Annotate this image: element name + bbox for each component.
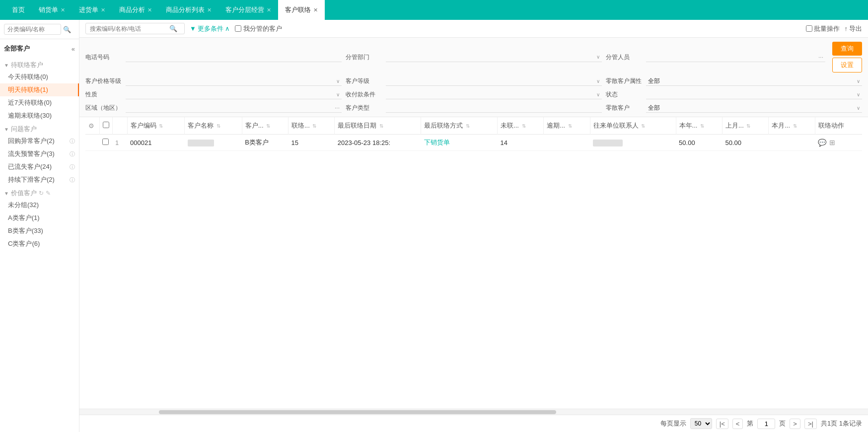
filter-input-phone	[126, 53, 342, 62]
sidebar-all-customers[interactable]: 全部客户 «	[0, 42, 79, 55]
sort-this-month[interactable]: ⇅	[793, 123, 797, 129]
sidebar-item-b-class[interactable]: B类客户(33)	[0, 224, 79, 237]
status-caret[interactable]: ∨	[857, 92, 860, 97]
nav-customer-segment-close[interactable]: ✕	[267, 7, 271, 13]
export-btn[interactable]: ↑ 导出	[845, 24, 863, 33]
sidebar-search-icon[interactable]: 🔍	[63, 26, 71, 33]
next-page-btn[interactable]: >	[790, 419, 800, 429]
sidebar-item-tomorrow[interactable]: 明天待联络(1)	[0, 83, 79, 96]
last-page-btn[interactable]: >|	[804, 419, 817, 429]
sidebar-item-a-class[interactable]: A类客户(1)	[0, 212, 79, 224]
sort-uncontact[interactable]: ⇅	[522, 123, 526, 129]
sidebar-item-ungrouped[interactable]: 未分组(32)	[0, 199, 79, 212]
cell-gear	[85, 135, 99, 151]
setting-button[interactable]: 设置	[832, 58, 862, 72]
retail-customer-input[interactable]	[648, 104, 857, 111]
sort-contact[interactable]: ⇅	[312, 123, 316, 129]
nav-customer-contact-close[interactable]: ✕	[313, 7, 318, 13]
gender-caret[interactable]: ∨	[336, 92, 340, 97]
table-header: ⚙ 客户编码 ⇅ 客户名称 ⇅	[85, 117, 862, 135]
row-checkbox[interactable]	[102, 139, 109, 145]
filter-input-customer-level: ∨	[386, 76, 602, 86]
nav-purchase-order-close[interactable]: ✕	[101, 7, 105, 13]
customer-level-caret[interactable]: ∨	[596, 78, 600, 84]
per-page-select[interactable]: 50	[690, 418, 712, 429]
dept-input[interactable]	[388, 54, 596, 61]
nav-sales-order-close[interactable]: ✕	[61, 7, 65, 13]
sidebar-item-lost[interactable]: 已流失客户(24) ⓘ	[0, 160, 79, 173]
region-dots[interactable]: ···	[335, 104, 340, 111]
sidebar-item-decline[interactable]: 持续下滑客户(2) ⓘ	[0, 173, 79, 186]
sidebar-item-lost-risk[interactable]: 流失预警客户(3) ⓘ	[0, 147, 79, 160]
payment-caret[interactable]: ∨	[596, 92, 600, 97]
nav-product-analysis[interactable]: 商品分析 ✕	[112, 0, 159, 20]
sort-this-year[interactable]: ⇅	[700, 123, 704, 129]
sidebar-item-overdue[interactable]: 逾期未联络(30)	[0, 109, 79, 122]
my-customer-checkbox[interactable]	[235, 25, 241, 32]
col-row-num	[112, 117, 127, 135]
select-all-checkbox[interactable]	[103, 122, 109, 128]
retail-attr-input[interactable]	[648, 77, 857, 84]
nav-product-analysis-list[interactable]: 商品分析列表 ✕	[159, 0, 218, 20]
action-grid-icon[interactable]: ⊞	[829, 139, 835, 146]
nav-product-analysis-close[interactable]: ✕	[147, 7, 152, 13]
filter-label-customer-level: 客户等级	[346, 77, 383, 85]
nav-product-analysis-list-close[interactable]: ✕	[207, 7, 212, 13]
dept-caret[interactable]: ∨	[596, 54, 600, 60]
sort-name[interactable]: ⇅	[217, 123, 220, 129]
nav-home[interactable]: 首页	[5, 0, 32, 20]
sidebar-item-repeat-abnormal[interactable]: 回购异常客户(2) ⓘ	[0, 135, 79, 147]
sidebar-item-today[interactable]: 今天待联络(0)	[0, 71, 79, 83]
payment-input[interactable]	[388, 91, 596, 98]
sort-last-method[interactable]: ⇅	[466, 123, 470, 129]
gender-input[interactable]	[128, 91, 336, 98]
phone-input[interactable]	[128, 54, 340, 61]
gear-icon[interactable]: ⚙	[88, 122, 94, 130]
filter-input-retail-customer: ∨	[646, 103, 862, 113]
sort-last-month[interactable]: ⇅	[746, 123, 750, 129]
sort-unit-contact[interactable]: ⇅	[641, 123, 645, 129]
nav-customer-contact[interactable]: 客户联络 ✕	[278, 0, 325, 20]
advanced-filter: 电话号码 分管部门 ∨ 分管人员 ··· 查询	[79, 38, 868, 117]
prev-page-btn[interactable]: <	[732, 419, 743, 429]
sidebar-search-input[interactable]	[4, 24, 61, 35]
sort-type[interactable]: ⇅	[266, 123, 270, 129]
last-method-link[interactable]: 下销货单	[424, 139, 450, 146]
nav-customer-segment[interactable]: 客户分层经营 ✕	[218, 0, 278, 20]
customer-type-input[interactable]	[388, 104, 600, 111]
value-level-caret[interactable]: ∨	[336, 78, 340, 84]
action-chat-icon[interactable]: 💬	[818, 139, 826, 146]
page-number-input[interactable]	[757, 419, 775, 429]
filter-search-input[interactable]	[90, 25, 169, 32]
status-input[interactable]	[648, 91, 857, 98]
filter-input-status: ∨	[646, 90, 862, 99]
col-gear: ⚙	[85, 117, 99, 135]
customer-level-input[interactable]	[388, 77, 596, 84]
sort-overdue[interactable]: ⇅	[568, 123, 572, 129]
query-button[interactable]: 查询	[832, 42, 862, 56]
sidebar-item-c-class[interactable]: C类客户(6)	[0, 237, 79, 250]
filter-my-customer[interactable]: 我分管的客户	[235, 24, 282, 33]
bulk-action-btn[interactable]: 批量操作	[806, 24, 840, 33]
retail-attr-caret[interactable]: ∨	[857, 78, 860, 84]
cell-code: 000021	[127, 135, 185, 151]
nav-purchase-order[interactable]: 进货单 ✕	[72, 0, 112, 20]
filter-more-conditions[interactable]: ▼ 更多条件 ∧	[190, 24, 230, 33]
scroll-thumb[interactable]	[159, 410, 556, 414]
person-input[interactable]	[648, 54, 818, 61]
value-group-refresh[interactable]: ↻	[39, 190, 44, 197]
scroll-bar-area	[79, 409, 868, 415]
person-dots[interactable]: ···	[818, 54, 823, 61]
sidebar-item-week[interactable]: 近7天待联络(0)	[0, 96, 79, 109]
first-page-btn[interactable]: |<	[716, 419, 728, 429]
nav-sales-order[interactable]: 销货单 ✕	[32, 0, 72, 20]
sort-last-date[interactable]: ⇅	[379, 123, 383, 129]
sort-code[interactable]: ⇅	[159, 123, 163, 129]
sidebar-collapse-icon[interactable]: «	[72, 45, 75, 53]
value-group-edit[interactable]: ✎	[46, 190, 51, 197]
retail-customer-caret[interactable]: ∨	[857, 105, 860, 111]
region-input[interactable]	[128, 104, 335, 111]
value-level-input[interactable]	[128, 77, 336, 84]
filter-search-icon[interactable]: 🔍	[169, 25, 177, 32]
bulk-action-checkbox[interactable]	[806, 25, 812, 32]
